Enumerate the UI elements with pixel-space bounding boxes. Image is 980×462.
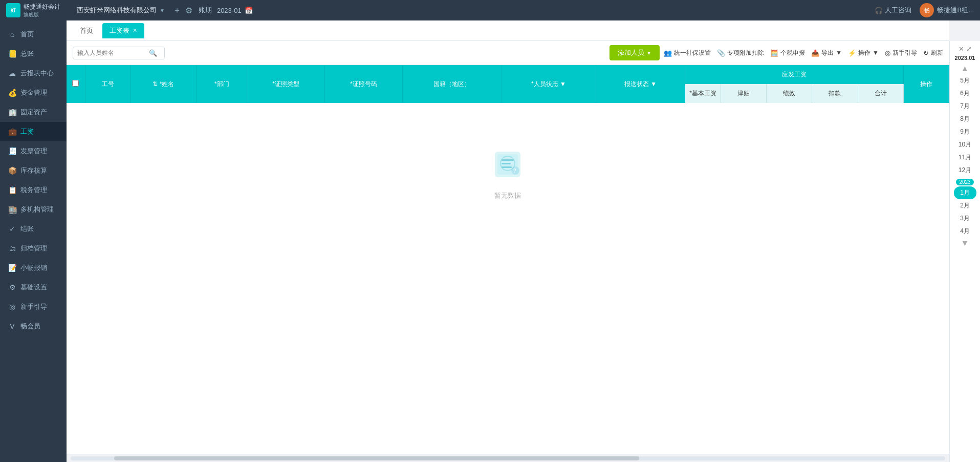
sidebar-label-cloud-report: 云报表中心 [20,69,54,78]
service-button[interactable]: 🎧 人工咨询 [875,6,911,15]
guide-icon: ◎ [8,303,16,311]
new-guide-icon: ◎ [885,49,890,57]
sidebar-item-expense[interactable]: 📝 小畅报销 [0,258,67,278]
id-no-header: *证照号码 [324,65,402,103]
export-label: 导出 [821,49,834,57]
salary-group-header: 应发工资 [685,65,903,84]
sidebar-item-archive[interactable]: 🗂 归档管理 [0,239,67,258]
select-all-checkbox[interactable] [72,80,79,87]
tax-icon: 📋 [8,186,16,194]
rp-month-12[interactable]: 12月 [954,164,976,177]
rp-month-2023-1[interactable]: 1月 [954,186,976,199]
calendar-icon[interactable]: 📅 [245,7,253,14]
sidebar-label-multi-org: 多机构管理 [20,205,54,214]
member-icon: V [8,322,16,330]
user-name: 畅捷通B组... [937,6,974,15]
total-header: 合计 [858,84,903,103]
refresh-action[interactable]: ↻ 刷新 [923,49,943,57]
rp-month-2023-4[interactable]: 4月 [954,225,976,238]
dept-header: *部门 [197,65,247,103]
sidebar-item-member[interactable]: V 畅会员 [0,317,67,336]
tab-bar: 首页 工资表 ✕ [67,20,949,41]
deduction-header: 扣款 [812,84,858,103]
operate-action[interactable]: ⚡ 操作 ▼ [848,49,879,57]
extra-deduct-action[interactable]: 📎 专项附加扣除 [717,49,764,57]
bottom-scrollbar[interactable] [67,454,949,462]
salary-table: 工号 ⇅ *姓名 *部门 *证照类型 *证照号码 国籍（地区） *人员状态 ▼ [67,65,949,241]
rp-month-5[interactable]: 5月 [954,74,976,87]
fund-icon: 💰 [8,89,16,97]
company-name: 西安虾米网络科技有限公司 [77,6,157,15]
content-wrapper: 首页 工资表 ✕ 🔍 添加人员 ▼ � [67,20,980,462]
sidebar-item-guide[interactable]: ◎ 新手引导 [0,297,67,317]
personal-tax-label: 个税申报 [780,49,805,57]
rp-month-6[interactable]: 6月 [954,87,976,100]
sidebar-item-inventory[interactable]: 📦 库存核算 [0,161,67,180]
base-salary-header: *基本工资 [685,84,721,103]
sidebar-label-salary: 工资 [20,127,34,136]
sidebar-item-settle[interactable]: ✓ 结账 [0,219,67,239]
tab-salary-table[interactable]: 工资表 ✕ [102,23,144,38]
rp-month-9[interactable]: 9月 [954,125,976,138]
search-wrap: 🔍 [73,47,165,59]
add-icon[interactable]: ＋ [173,5,181,16]
sidebar-item-multi-org[interactable]: 🏬 多机构管理 [0,200,67,219]
tab-home[interactable]: 首页 [73,23,100,38]
sidebar-item-home[interactable]: ⌂ 首页 [0,25,67,44]
main-layout: ⌂ 首页 📒 总账 ☁ 云报表中心 💰 资金管理 🏢 固定资产 💼 工资 🧾 发… [0,20,980,462]
rp-month-7[interactable]: 7月 [954,100,976,113]
sidebar-label-fixed-assets: 固定资产 [20,108,47,117]
panel-close-button[interactable]: ✕ [959,45,964,53]
sidebar-item-ledger[interactable]: 📒 总账 [0,44,67,64]
sidebar-label-inventory: 库存核算 [20,166,47,175]
report-filter-icon[interactable]: ▼ [650,80,657,88]
header-actions: ＋ ⚙ [173,5,192,16]
sidebar-label-ledger: 总账 [20,49,34,58]
sidebar-item-salary[interactable]: 💼 工资 [0,122,67,141]
add-person-button[interactable]: 添加人员 ▼ [609,45,660,60]
rp-month-10[interactable]: 10月 [954,138,976,151]
user-avatar-area[interactable]: 畅 畅捷通B组... [920,3,974,17]
rp-month-11[interactable]: 11月 [954,151,976,164]
company-selector[interactable]: 西安虾米网络科技有限公司 ▼ [77,6,165,15]
rp-month-8[interactable]: 8月 [954,113,976,125]
sidebar-item-fund[interactable]: 💰 资金管理 [0,83,67,102]
sidebar-label-fund: 资金管理 [20,88,47,97]
salary-icon: 💼 [8,128,16,136]
rp-month-2023-2[interactable]: 2月 [954,199,976,212]
archive-icon: 🗂 [8,244,16,253]
sidebar-item-tax[interactable]: 📋 税务管理 [0,180,67,200]
social-security-action[interactable]: 👥 统一社保设置 [664,49,711,57]
rp-nav-up[interactable]: ▲ [960,63,970,74]
export-action[interactable]: 📤 导出 ▼ [811,49,842,57]
rp-month-2023-3[interactable]: 3月 [954,212,976,225]
operate-icon: ⚡ [848,49,856,57]
svg-rect-4 [502,166,512,168]
rp-nav-down[interactable]: ▼ [960,238,970,249]
sidebar-item-invoice[interactable]: 🧾 发票管理 [0,141,67,161]
empty-state: ? 暂无数据 [67,103,949,241]
search-input[interactable] [77,49,149,56]
tab-close-button[interactable]: ✕ [133,27,137,34]
performance-header: 绩效 [767,84,812,103]
sidebar-item-cloud-report[interactable]: ☁ 云报表中心 [0,64,67,83]
sidebar-item-settings[interactable]: ⚙ 基础设置 [0,278,67,297]
period-value: 2023-01 [217,7,242,14]
select-all-header[interactable] [67,65,85,103]
toolbar-actions: 👥 统一社保设置 📎 专项附加扣除 🧮 个税申报 📤 导出 ▼ [664,49,943,57]
search-icon: 🔍 [149,49,157,57]
sidebar-item-fixed-assets[interactable]: 🏢 固定资产 [0,102,67,122]
extra-deduct-icon: 📎 [717,49,725,57]
country-header: 国籍（地区） [402,65,502,103]
status-filter-icon[interactable]: ▼ [560,80,566,88]
company-dropdown-arrow[interactable]: ▼ [160,8,165,13]
personal-tax-icon: 🧮 [770,49,778,57]
report-status-header: 报送状态 ▼ [596,65,685,103]
empty-text: 暂无数据 [494,191,521,200]
new-guide-action[interactable]: ◎ 新手引导 [885,49,917,57]
toolbar: 🔍 添加人员 ▼ 👥 统一社保设置 📎 专项附加扣除 [67,41,949,65]
panel-expand-button[interactable]: ⤢ [966,45,972,53]
personal-tax-action[interactable]: 🧮 个税申报 [770,49,805,57]
settings-icon[interactable]: ⚙ [185,6,192,15]
svg-rect-3 [502,163,511,164]
